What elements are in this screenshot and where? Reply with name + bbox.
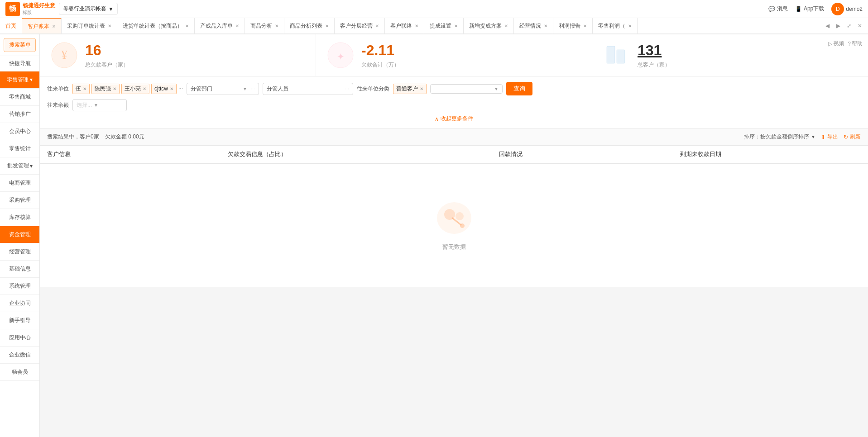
collapse-button[interactable]: ∧ 收起更多条件 [47,115,861,123]
tab-raise-settings[interactable]: 提成设置 ✕ [424,18,464,34]
tab-retail-profit[interactable]: 零售利润（ ✕ [593,18,638,34]
stat-value-debt: -2.11 [361,42,399,59]
tab-profit-report[interactable]: 利润报告 ✕ [553,18,593,34]
tab-goods-analysis[interactable]: 商品分析 ✕ [245,18,284,34]
goods-list-tab-close-icon[interactable]: ✕ [325,24,329,28]
sidebar-item-inventory[interactable]: 库存核算 [0,209,39,226]
tab-stock-in[interactable]: 进货单统计表（按商品） ✕ [117,18,195,34]
wholesale-arrow-icon: ▾ [30,163,33,169]
sidebar-item-guide[interactable]: 新手引导 [0,312,39,329]
tab-customer-contact[interactable]: 客户联络 ✕ [385,18,424,34]
balance-placeholder: 选择... [77,101,92,109]
svg-rect-4 [607,46,615,63]
sidebar-item-wholesale[interactable]: 批发管理 ▾ [0,157,39,175]
purchase-tab-close-icon[interactable]: ✕ [108,24,111,28]
unit-tags-more[interactable]: ... [178,84,183,94]
raise-settings-tab-close-icon[interactable]: ✕ [454,24,458,28]
nav-close-all-icon[interactable]: ✕ [855,21,864,30]
sidebar-item-finance[interactable]: 资金管理 [0,226,39,243]
message-label: 消息 [777,5,788,13]
person-more-icon[interactable]: ··· [345,86,349,91]
export-icon: ⬆ [821,134,825,140]
export-button[interactable]: ⬆ 导出 [821,133,838,141]
nav-maximize-icon[interactable]: ⤢ [844,21,854,30]
app-download-button[interactable]: 📱 App下载 [795,5,824,13]
retail-profit-tab-close-icon[interactable]: ✕ [628,24,632,28]
tab-purchase-orders[interactable]: 采购订单统计表 ✕ [62,18,117,34]
unit-tag-cjttcw[interactable]: cjttcw ✕ [151,84,177,94]
tab-home[interactable]: 首页 [0,18,22,34]
customer-tier-tab-close-icon[interactable]: ✕ [375,24,379,28]
profit-tab-close-icon[interactable]: ✕ [583,24,587,28]
user-menu[interactable]: D demo2 [831,3,863,15]
person-selector[interactable]: 分管人员 ··· [263,83,353,95]
biz-status-tab-close-icon[interactable]: ✕ [544,24,547,28]
query-button[interactable]: 查询 [506,82,532,95]
unit-tag-cjttcw-close-icon[interactable]: ✕ [170,86,173,91]
new-raise-tab-close-icon[interactable]: ✕ [504,24,508,28]
unit-tag-wang-close-icon[interactable]: ✕ [143,86,146,91]
unit-tag-wu[interactable]: 伍 ✕ [72,84,90,94]
tab-new-raise[interactable]: 新增提成方案 ✕ [464,18,514,34]
sidebar-item-retail-mall[interactable]: 零售商城 [0,89,39,106]
dept-label: 分管部门 [191,85,212,93]
table-header: 客户信息 欠款交易信息（占比） 回款情况 到期未收款日期 [40,146,868,164]
customer-contact-tab-label: 客户联络 [390,22,412,30]
unit-tag-chen-close-icon[interactable]: ✕ [113,86,116,91]
main-layout: 搜索菜单 快捷导航 零售管理 ▾ 零售商城 营销推广 会员中心 零售统计 批发管… [0,34,868,437]
unit-tag-chen[interactable]: 陈民强 ✕ [91,84,120,94]
video-link[interactable]: ▷ 视频 [828,40,844,48]
balance-input[interactable]: 选择... ▼ [72,99,127,111]
sidebar-item-basic-info[interactable]: 基础信息 [0,261,39,278]
dept-clear-icon[interactable]: ··· [251,86,255,91]
sidebar-item-marketing[interactable]: 营销推广 [0,106,39,123]
sidebar-item-quick-nav[interactable]: 快捷导航 [0,56,39,71]
refresh-button[interactable]: ↻ 刷新 [844,133,861,141]
tab-accounts[interactable]: 客户账本 ✕ [22,18,62,34]
filter-row-2: 往来余额 选择... ▼ [47,99,861,111]
unit-tag-wu-close-icon[interactable]: ✕ [83,86,86,91]
category-tag-normal[interactable]: 普通客户 ✕ [393,84,427,94]
goods-list-tab-label: 商品分析列表 [290,22,322,30]
sidebar-item-enterprise[interactable]: 企业协同 [0,295,39,312]
sidebar-item-wechat[interactable]: 企业微信 [0,347,39,364]
accounts-tab-close-icon[interactable]: ✕ [52,24,56,29]
tab-customer-tier[interactable]: 客户分层经营 ✕ [335,18,385,34]
top-bar: 畅 畅捷通好生意 标版 母婴行业演示帐套 ▼ 💬 消息 📱 App下载 D de… [0,0,868,18]
category-tag-normal-close-icon[interactable]: ✕ [420,86,423,91]
sidebar-item-member[interactable]: 会员中心 [0,123,39,140]
tab-biz-status[interactable]: 经营情况 ✕ [514,18,553,34]
search-menu-button[interactable]: 搜索菜单 [4,38,36,52]
help-link[interactable]: ? 帮助 [848,40,863,48]
sidebar-item-operations[interactable]: 经营管理 [0,243,39,261]
sidebar-item-retail-stats[interactable]: 零售统计 [0,140,39,157]
stats-row: ¥ 16 总欠款客户（家） ✦ -2.11 欠款合计（ [40,34,868,76]
sort-selector[interactable]: 排序：按欠款金额倒序排序 ▼ [744,133,815,141]
message-button[interactable]: 💬 消息 [768,5,788,13]
customer-contact-tab-close-icon[interactable]: ✕ [415,24,418,28]
sidebar-item-app-center[interactable]: 应用中心 [0,329,39,347]
sidebar-item-purchase[interactable]: 采购管理 [0,192,39,209]
unit-tag-wang[interactable]: 王小亮 ✕ [121,84,149,94]
collapse-label: 收起更多条件 [441,115,473,123]
category-selector[interactable]: ▼ [430,84,503,94]
stock-tab-label: 进货单统计表（按商品） [123,22,182,30]
goods-tab-close-icon[interactable]: ✕ [275,24,278,28]
dept-selector[interactable]: 分管部门 ▼ ··· [187,83,259,95]
workspace-selector[interactable]: 母婴行业演示帐套 ▼ [59,3,118,15]
stock-tab-close-icon[interactable]: ✕ [185,24,189,28]
sidebar-retail-arrow-icon: ▾ [30,76,33,83]
nav-prev-icon[interactable]: ◀ [823,21,832,30]
logo-sub: 标版 [23,10,55,16]
tab-product-in[interactable]: 产成品入库单 ✕ [195,18,245,34]
product-tab-close-icon[interactable]: ✕ [235,24,239,28]
sidebar-item-ecommerce[interactable]: 电商管理 [0,175,39,192]
sidebar-item-member2[interactable]: 畅会员 [0,364,39,381]
nav-next-icon[interactable]: ▶ [834,21,843,30]
logo-text: 畅捷通好生意 [23,2,55,10]
col-debt-info: 欠款交易信息（占比） [228,150,499,158]
sidebar-item-retail[interactable]: 零售管理 ▾ [0,71,39,89]
tab-goods-list[interactable]: 商品分析列表 ✕ [284,18,335,34]
category-tag-normal-label: 普通客户 [396,85,418,93]
sidebar-item-system[interactable]: 系统管理 [0,278,39,295]
